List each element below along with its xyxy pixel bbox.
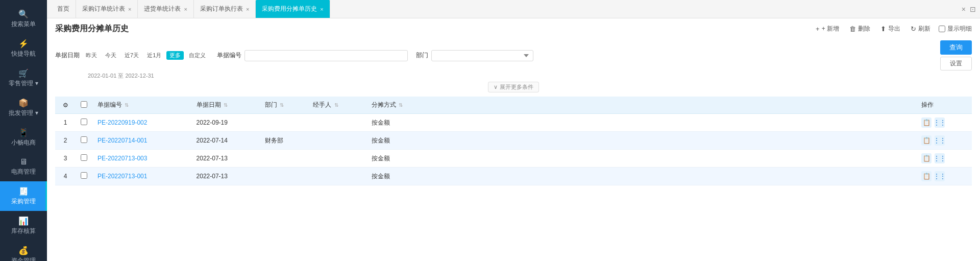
select-all-checkbox[interactable] [81, 101, 87, 108]
close-tab-purchase-order-exec[interactable]: × [246, 6, 249, 12]
row-dept: 财务部 [260, 132, 308, 150]
refresh-button[interactable]: ↻ 刷新 [909, 23, 933, 34]
close-window-icon[interactable]: × [962, 5, 966, 13]
row-more-icon[interactable]: ⋮⋮ [935, 117, 945, 128]
tab-purchase-order-stats[interactable]: 采购订单统计表 × [76, 0, 138, 18]
export-icon: ⬆ [880, 25, 886, 33]
add-icon: + [816, 25, 820, 33]
date-btn-today[interactable]: 今天 [102, 51, 119, 60]
settings-icon[interactable]: ⚙ [63, 102, 68, 109]
row-checkbox[interactable] [81, 118, 87, 125]
export-button[interactable]: ⬆ 导出 [878, 23, 902, 34]
doc-no-link[interactable]: PE-20220713-001 [97, 173, 147, 180]
tab-bar: 首页 采购订单统计表 × 进货单统计表 × 采购订单执行表 × 采购费用分摊单历… [47, 0, 980, 18]
row-more-icon[interactable]: ⋮⋮ [935, 171, 945, 181]
tab-purchase-order-exec[interactable]: 采购订单执行表 × [194, 0, 256, 18]
sidebar-item-wholesale-mgmt[interactable]: 📦 批发管理 ▾ [0, 93, 47, 123]
toolbar: + + 新增 🗑 删除 ⬆ 导出 ↻ 刷新 显示明细 [814, 23, 972, 34]
doc-no-link[interactable]: PE-20220919-002 [97, 119, 147, 126]
doc-no-input[interactable] [244, 50, 408, 61]
close-tab-goods-receipt-stats[interactable]: × [184, 6, 187, 12]
row-more-icon[interactable]: ⋮⋮ [935, 153, 945, 163]
date-filter-group: 单据日期 昨天 今天 近7天 近1月 更多 自定义 [55, 51, 209, 60]
close-tab-purchase-cost-split[interactable]: × [320, 6, 323, 12]
row-handler [308, 150, 366, 168]
close-tab-purchase-order-stats[interactable]: × [128, 6, 131, 12]
col-header-doc-no: 单据编号 ⇅ [92, 97, 191, 114]
expand-more-button[interactable]: ∨ 展开更多条件 [488, 82, 539, 92]
row-num: 3 [55, 150, 76, 168]
add-button[interactable]: + + 新增 [814, 23, 841, 34]
doc-no-filter-group: 单据编号 [217, 50, 408, 61]
show-cols-toggle[interactable]: 显示明细 [939, 25, 972, 33]
date-btn-yesterday[interactable]: 昨天 [83, 51, 100, 60]
filter-settings-button[interactable]: 设置 [940, 57, 972, 70]
row-handler [308, 114, 366, 132]
row-doc-date: 2022-07-13 [191, 168, 260, 185]
sidebar-item-inventory[interactable]: 📊 库存核算 [0, 211, 47, 241]
row-num: 1 [55, 114, 76, 132]
sort-handler-icon[interactable]: ⇅ [334, 102, 338, 108]
row-doc-date: 2022-09-19 [191, 114, 260, 132]
row-edit-icon[interactable]: 📋 [921, 117, 932, 128]
sidebar-item-purchase-mgmt[interactable]: 🧾 采购管理 [0, 181, 47, 211]
table-row: 2 PE-20220714-001 2022-07-14 财务部 按金额 📋 ⋮… [55, 132, 972, 150]
date-btn-custom[interactable]: 自定义 [186, 51, 209, 60]
row-checkbox-cell[interactable] [76, 168, 92, 185]
date-btn-more[interactable]: 更多 [166, 51, 184, 60]
wholesale-icon: 📦 [2, 98, 45, 108]
row-handler [308, 168, 366, 185]
tab-purchase-cost-split[interactable]: 采购费用分摊单历史 × [256, 0, 330, 18]
refresh-icon: ↻ [911, 25, 916, 33]
page-title: 采购费用分摊单历史 [55, 23, 129, 34]
row-checkbox[interactable] [81, 172, 87, 179]
row-split-method: 按金额 [366, 114, 917, 132]
doc-no-link[interactable]: PE-20220714-001 [97, 137, 147, 144]
col-header-split-method: 分摊方式 ⇅ [366, 97, 917, 114]
sidebar-item-quick-nav[interactable]: ⚡ 快捷导航 [0, 34, 47, 63]
col-header-dept: 部门 ⇅ [260, 97, 308, 114]
tab-actions: × ⊡ [962, 5, 976, 13]
query-button[interactable]: 查询 [940, 40, 972, 55]
row-edit-icon[interactable]: 📋 [921, 153, 932, 163]
table-header-row: ⚙ 单据编号 ⇅ 单据日期 ⇅ 部门 ⇅ [55, 97, 972, 114]
sort-doc-date-icon[interactable]: ⇅ [224, 102, 228, 108]
sort-split-icon[interactable]: ⇅ [399, 102, 403, 108]
row-dept [260, 114, 308, 132]
dept-select[interactable]: 财务部 [431, 50, 533, 61]
date-btn-1month[interactable]: 近1月 [144, 51, 164, 60]
restore-window-icon[interactable]: ⊡ [970, 5, 976, 13]
row-more-icon[interactable]: ⋮⋮ [935, 135, 945, 146]
row-checkbox-cell[interactable] [76, 132, 92, 150]
quick-nav-icon: ⚡ [2, 39, 45, 49]
row-edit-icon[interactable]: 📋 [921, 135, 932, 146]
row-checkbox[interactable] [81, 154, 87, 161]
tab-home[interactable]: 首页 [51, 0, 76, 18]
row-checkbox[interactable] [81, 136, 87, 143]
col-header-check[interactable] [76, 97, 92, 114]
sidebar-item-mini-ecom[interactable]: 📱 小畅电商 [0, 123, 47, 152]
delete-button[interactable]: 🗑 删除 [847, 23, 872, 34]
row-doc-no: PE-20220713-001 [92, 168, 191, 185]
row-dept [260, 150, 308, 168]
sort-dept-icon[interactable]: ⇅ [280, 102, 284, 108]
sidebar-item-retail-mgmt[interactable]: 🛒 零售管理 ▾ [0, 63, 47, 93]
sidebar-item-finance-mgmt[interactable]: 💰 资金管理 [0, 241, 47, 261]
col-header-settings[interactable]: ⚙ [55, 97, 76, 114]
sort-doc-no-icon[interactable]: ⇅ [125, 102, 129, 108]
row-dept [260, 168, 308, 185]
doc-no-link[interactable]: PE-20220713-003 [97, 155, 147, 162]
tab-goods-receipt-stats[interactable]: 进货单统计表 × [138, 0, 193, 18]
date-btn-7days[interactable]: 近7天 [121, 51, 142, 60]
sidebar-item-ecom-mgmt[interactable]: 🖥 电商管理 [0, 152, 47, 181]
main-content: 首页 采购订单统计表 × 进货单统计表 × 采购订单执行表 × 采购费用分摊单历… [47, 0, 980, 261]
purchase-icon: 🧾 [2, 186, 45, 196]
row-checkbox-cell[interactable] [76, 114, 92, 132]
filter-area: 单据日期 昨天 今天 近7天 近1月 更多 自定义 单据编号 部门 [47, 37, 980, 97]
row-actions: 📋 ⋮⋮ [916, 150, 972, 168]
show-cols-checkbox[interactable] [939, 26, 945, 32]
row-checkbox-cell[interactable] [76, 150, 92, 168]
row-doc-no: PE-20220713-003 [92, 150, 191, 168]
row-edit-icon[interactable]: 📋 [921, 171, 932, 181]
sidebar-item-search-menu[interactable]: 🔍 搜索菜单 [0, 4, 47, 34]
